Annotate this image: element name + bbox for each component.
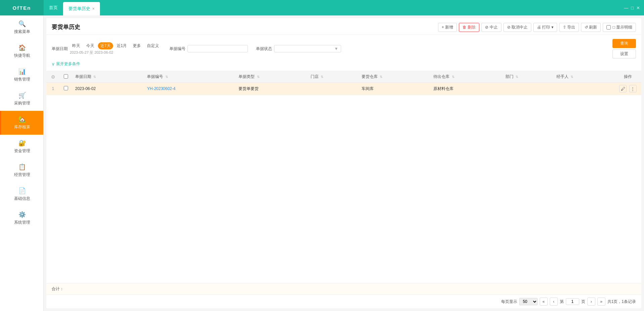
gear-icon: ⚙️ [18,211,26,218]
table-header-row: ⚙ 单据日期 ⇅ 单据编号 [46,71,641,83]
date-range-text: 2023-05-27 至 2023-06-02 [70,50,161,55]
data-table: ⚙ 单据日期 ⇅ 单据编号 [46,71,641,95]
tab-requisition-history[interactable]: 要货单历史 × [63,2,100,15]
settings-button[interactable]: 设置 [612,49,636,58]
date-btn-more[interactable]: 更多 [130,42,143,49]
sidebar-item-basic-info[interactable]: 📄 基础信息 [0,182,43,206]
table-area: ⚙ 单据日期 ⇅ 单据编号 [46,71,641,283]
window-close-icon[interactable]: ✕ [636,5,640,10]
gear-settings-icon[interactable]: ⚙ [51,74,55,80]
page-label: 页 [581,299,585,305]
col-doc-date[interactable]: 单据日期 ⇅ [72,71,144,83]
col-ops: 操作 [614,71,641,83]
home-icon: 🏠 [18,44,26,51]
date-btn-7days[interactable]: 近7天 [98,42,113,49]
first-page-button[interactable]: « [540,298,548,306]
sidebar-item-system[interactable]: ⚙️ 系统管理 [0,206,43,230]
doc-no-filter: 单据编号 [169,45,248,52]
window-maximize-icon[interactable]: □ [631,5,634,10]
doc-no-input[interactable] [187,45,248,52]
last-page-button[interactable]: » [597,298,605,306]
sort-icon: ⇅ [257,75,260,79]
status-select[interactable]: ▼ [274,45,341,52]
sidebar-item-label: 资金管理 [14,148,30,154]
chevron-down-icon: ∨ [52,62,55,66]
filter-area: 单据日期 昨天 今天 近7天 近1月 更多 自定义 2 [46,35,641,71]
row-edit-icon[interactable]: 🖊 [619,85,627,92]
date-filter: 单据日期 昨天 今天 近7天 近1月 更多 自定义 2 [52,42,161,55]
expand-more[interactable]: ∨ 展开更多条件 [52,60,636,68]
col-store[interactable]: 门店 ⇅ [307,71,358,83]
total-info: 共1页，1条记录 [607,299,636,305]
pagination-bar: 每页显示 50 100 200 « ‹ 第 页 › » 共1页，1条记录 [46,295,641,308]
page-size-select[interactable]: 50 100 200 [519,298,538,305]
sort-icon: ⇅ [165,75,168,79]
col-select-all [60,71,72,83]
sort-icon: ⇅ [321,75,323,79]
toolbar: + 新增 🗑 删除 ⊘ 中止 ⊘ 取消中止 [438,23,636,32]
cell-doc-date: 2023-06-02 [72,83,144,95]
page-content: 要货单历史 + 新增 🗑 删除 ⊘ 中止 [46,18,641,308]
export-button[interactable]: ⇧ 导出 [559,23,579,32]
page-number-input[interactable] [566,298,579,305]
main-area: 🔍 搜索菜单 🏠 快捷导航 📊 销售管理 🛒 采购管理 🏡 库存核算 🔐 [0,15,644,311]
sidebar-item-search-menu[interactable]: 🔍 搜索菜单 [0,15,43,39]
sidebar-item-sales[interactable]: 📊 销售管理 [0,63,43,87]
col-handler[interactable]: 经手人 ⇅ [553,71,614,83]
search-icon: 🔍 [18,20,26,28]
new-button[interactable]: + 新增 [438,23,457,32]
col-req-warehouse[interactable]: 要货仓库 ⇅ [358,71,430,83]
col-doc-type[interactable]: 单据类型 ⇅ [235,71,307,83]
top-bar: OfTEn 首页 要货单历史 × — □ ✕ [0,0,644,15]
top-bar-tabs: 首页 要货单历史 × [44,0,624,15]
filter-row: 单据日期 昨天 今天 近7天 近1月 更多 自定义 2 [52,39,636,58]
sidebar-item-purchase[interactable]: 🛒 采购管理 [0,87,43,111]
date-btn-today[interactable]: 今天 [84,42,97,49]
stop-button[interactable]: ⊘ 中止 [481,23,501,32]
tab-close-icon[interactable]: × [92,6,95,11]
select-all-checkbox[interactable] [64,74,68,79]
doc-no-link[interactable]: YH-20230602-4 [147,86,175,91]
sidebar-item-operations[interactable]: 📋 经营管理 [0,159,43,182]
sidebar-item-quick-nav[interactable]: 🏠 快捷导航 [0,39,43,63]
date-btn-1month[interactable]: 近1月 [114,42,129,49]
cell-department [502,83,553,95]
window-minimize-icon[interactable]: — [624,5,628,10]
tab-home[interactable]: 首页 [44,0,63,15]
page-header: 要货单历史 + 新增 🗑 删除 ⊘ 中止 [46,18,641,35]
cell-doc-no: YH-20230602-4 [144,83,235,95]
page-size-label: 每页显示 [501,299,517,305]
prev-page-button[interactable]: ‹ [550,298,558,306]
cancel-stop-button[interactable]: ⊘ 取消中止 [503,23,531,32]
table-row[interactable]: 1 2023-06-02 YH-20230602-4 要货单要货 [46,83,641,95]
row-checkbox[interactable] [64,86,68,90]
date-btn-yesterday[interactable]: 昨天 [70,42,83,49]
house-icon: 🏡 [18,116,26,123]
content-area: 要货单历史 + 新增 🗑 删除 ⊘ 中止 [44,15,644,311]
chevron-down-icon: ▼ [334,46,338,51]
query-button[interactable]: 查询 [612,39,636,48]
cell-pending-warehouse: 原材料仓库 [430,83,502,95]
col-doc-no[interactable]: 单据编号 ⇅ [144,71,235,83]
col-department[interactable]: 部门 ⇅ [502,71,553,83]
col-gear: ⚙ [46,71,60,83]
sidebar-item-label: 系统管理 [14,220,30,225]
show-detail-checkbox[interactable] [606,25,611,30]
show-detail-button[interactable]: □ 显示明细 [603,23,636,32]
sidebar-item-label: 库存核算 [14,124,30,130]
sidebar-item-label: 快捷导航 [14,53,30,58]
row-more-icon[interactable]: ⋮ [629,85,637,92]
delete-button[interactable]: 🗑 删除 [459,23,479,32]
status-label: 单据状态 [256,46,272,52]
lock-icon: 🔐 [18,139,26,147]
sidebar-item-inventory[interactable]: 🏡 库存核算 [0,111,43,135]
refresh-button[interactable]: ↺ 刷新 [581,23,601,32]
next-page-button[interactable]: › [587,298,595,306]
sidebar-item-finance[interactable]: 🔐 资金管理 [0,135,43,159]
print-button[interactable]: 🖨 打印 ▾ [533,23,557,32]
status-filter: 单据状态 ▼ [256,45,341,52]
sidebar: 🔍 搜索菜单 🏠 快捷导航 📊 销售管理 🛒 采购管理 🏡 库存核算 🔐 [0,15,44,311]
col-pending-warehouse[interactable]: 待出仓库 ⇅ [430,71,502,83]
sidebar-item-label: 经营管理 [14,172,30,178]
date-btn-custom[interactable]: 自定义 [145,42,161,49]
